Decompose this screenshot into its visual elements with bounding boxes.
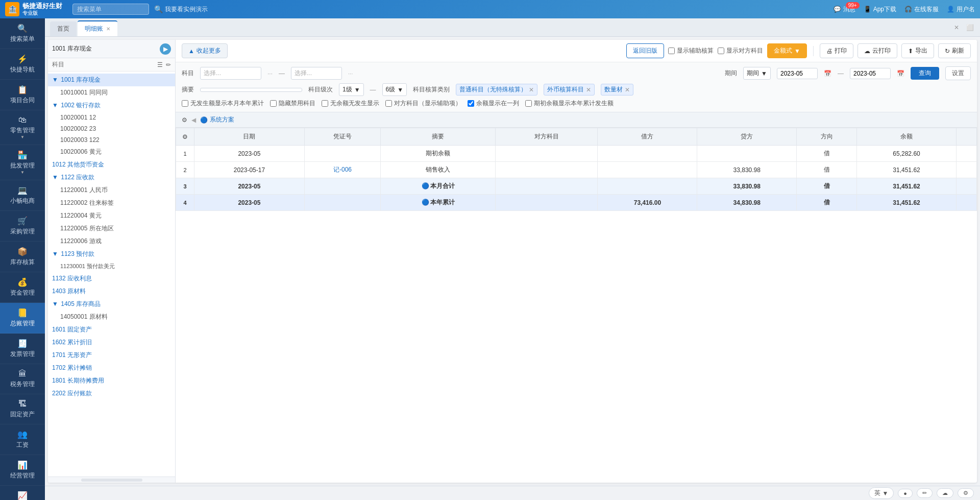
sidebar-item-inventory[interactable]: 📦 库存核算 [0,242,45,272]
contra-show-checkbox[interactable]: 对方科目（显示辅助项） [385,99,461,108]
show-aux-calc-input[interactable] [668,47,675,54]
search-btn[interactable]: 查询 [911,67,939,80]
no-balance-show-checkbox[interactable]: 无发生额显示本月本年累计 [182,99,264,108]
sidebar-item-invoice[interactable]: 🧾 发票管理 [0,334,45,364]
tree-item-1122[interactable]: ▼ 1122 应收款 [48,171,175,184]
tree-item-10020003[interactable]: 10020003 122 [48,134,175,146]
tree-edit-icon[interactable]: ✏ [166,61,171,68]
back-to-old-btn[interactable]: 返回旧版 [626,43,664,58]
sidebar-item-purchase[interactable]: 🛒 采购管理 [0,211,45,242]
tree-item-14050001[interactable]: 14050001 原材料 [48,311,175,323]
balance-one-col-input[interactable] [468,100,474,107]
tree-item-11230001[interactable]: 11230001 预付款美元 [48,260,175,272]
col-settings-header[interactable]: ⚙ [176,128,194,146]
row-voucher[interactable]: 记-006 [304,162,380,178]
status-dot-btn[interactable]: ● [898,489,913,498]
type-tag1-remove[interactable]: ✕ [529,86,534,93]
tree-item-11220002[interactable]: 11220002 往来标签 [48,197,175,209]
level-end-select[interactable]: 6级 ▼ [382,83,407,96]
user-avatar-btn[interactable]: 👤 用户名 [947,5,975,14]
collapse-more-btn[interactable]: ▲ 收起更多 [182,43,228,58]
sidebar-item-ledger[interactable]: 📒 总账管理 [0,303,45,334]
period-type-select[interactable]: 期间 ▼ [743,67,771,80]
period-calendar-icon[interactable]: 📅 [824,70,831,77]
tab-home[interactable]: 首页 [50,21,77,36]
sidebar-item-retail[interactable]: 🛍 零售管理 ▼ [0,110,45,145]
sidebar-item-quick-nav[interactable]: ⚡ 快捷导航 [0,49,45,80]
print-btn[interactable]: 🖨 打印 [820,43,853,58]
type-tag2-remove[interactable]: ✕ [586,86,591,93]
sidebar-item-payroll[interactable]: 👥 工资 [0,424,45,455]
bottom-settings-btn[interactable]: ⚙ [958,488,974,498]
subject-input-end[interactable]: 选择... [291,67,342,80]
tree-item-1123[interactable]: ▼ 1123 预付款 [48,248,175,260]
opening-show-input[interactable] [525,100,532,107]
h-scrollbar[interactable] [81,479,142,482]
top-search-input[interactable] [72,4,149,15]
lang-btn[interactable]: 英 ▼ [869,487,894,499]
tree-item-1602[interactable]: 1602 累计折旧 [48,336,175,349]
sidebar-item-operations[interactable]: 📊 经营管理 [0,455,45,486]
tree-item-10020002[interactable]: 10020002 23 [48,123,175,134]
level-start-select[interactable]: 1级 ▼ [339,83,364,96]
period-start-input[interactable]: 2023-05 [777,68,818,79]
subject-input[interactable]: 选择... [200,67,261,80]
cloud-btn[interactable]: ☁ [937,488,953,498]
tree-item-2202[interactable]: 2202 应付账款 [48,387,175,400]
tree-item-1001[interactable]: ▼ 1001 库存现金 [48,74,175,86]
tree-item-10020006[interactable]: 10020006 黄元 [48,146,175,158]
tree-item-1701[interactable]: 1701 无形资产 [48,349,175,362]
tab-close-icon[interactable]: ✕ [106,26,110,32]
sidebar-item-assets[interactable]: 🏗 固定资产 [0,394,45,424]
row-voucher[interactable] [304,178,380,195]
period-calendar-icon-end[interactable]: 📅 [897,70,904,77]
tree-item-1801[interactable]: 1801 长期待摊费用 [48,374,175,387]
tree-item-11220001[interactable]: 11220001 人民币 [48,184,175,197]
contra-show-input[interactable] [385,100,392,107]
tree-item-1403[interactable]: 1403 原材料 [48,285,175,298]
no-amount-show-checkbox[interactable]: 无余额无发生显示 [322,99,379,108]
no-amount-show-input[interactable] [322,100,328,107]
row-voucher[interactable] [304,195,380,211]
sidebar-item-sales[interactable]: 📈 小畅报销 [0,486,45,500]
app-download-btn[interactable]: 📱 App下载 [864,5,896,14]
sidebar-item-capital[interactable]: 💰 资金管理 [0,272,45,303]
period-end-input[interactable]: 2023-05 [850,68,891,79]
tree-item-11220005[interactable]: 11220005 所在地区 [48,222,175,235]
tree-list-icon[interactable]: ☰ [157,61,163,68]
no-balance-show-input[interactable] [182,100,188,107]
export-btn[interactable]: ⬆ 导出 [901,43,934,58]
voucher-link[interactable]: 记-006 [333,166,352,173]
tree-item-11220004[interactable]: 11220004 黄元 [48,209,175,222]
tree-item-1405[interactable]: ▼ 1405 库存商品 [48,298,175,311]
demo-link[interactable]: 🔍 我要看实例演示 [154,5,208,14]
tree-item-1012[interactable]: 1012 其他货币资金 [48,158,175,171]
window-close-icon[interactable]: ✕ [951,22,962,33]
settings-btn[interactable]: 设置 [945,66,971,80]
sidebar-item-search[interactable]: 🔍 搜索菜单 [0,18,45,49]
hide-disabled-input[interactable] [270,100,277,107]
tree-item-1002[interactable]: ▼ 1002 银行存款 [48,99,175,112]
show-contra-input[interactable] [718,47,724,54]
refresh-btn[interactable]: ↻ 刷新 [938,43,971,58]
tab-detail[interactable]: 明细账 ✕ [78,20,117,36]
account-nav-btn[interactable]: ▶ [160,43,171,55]
cloud-print-btn[interactable]: ☁ 云打印 [857,43,897,58]
sidebar-item-wholesale[interactable]: 🏪 批发管理 ▼ [0,145,45,180]
opening-show-checkbox[interactable]: 期初余额显示本年累计发生额 [525,99,614,108]
sidebar-item-project[interactable]: 📋 项目合同 [0,80,45,110]
tree-item-10020001[interactable]: 10020001 12 [48,112,175,123]
summary-input[interactable] [200,88,302,92]
online-service-btn[interactable]: 🎧 在线客服 [904,5,939,14]
balance-one-col-checkbox[interactable]: 余额显示在一列 [468,99,519,108]
tree-item-11220006[interactable]: 11220006 游戏 [48,235,175,248]
window-expand-icon[interactable]: ⬜ [965,22,975,33]
row-voucher[interactable] [304,146,380,162]
tree-item-1702[interactable]: 1702 累计摊销 [48,362,175,374]
show-contra-checkbox[interactable]: 显示对方科目 [718,46,763,55]
show-aux-calc-checkbox[interactable]: 显示辅助核算 [668,46,714,55]
sidebar-item-tax[interactable]: 🏛 税务管理 [0,364,45,394]
message-btn[interactable]: 💬 消息 99+ [834,5,855,14]
sidebar-item-ecommerce[interactable]: 💻 小畅电商 [0,180,45,211]
tree-item-1132[interactable]: 1132 应收利息 [48,272,175,285]
